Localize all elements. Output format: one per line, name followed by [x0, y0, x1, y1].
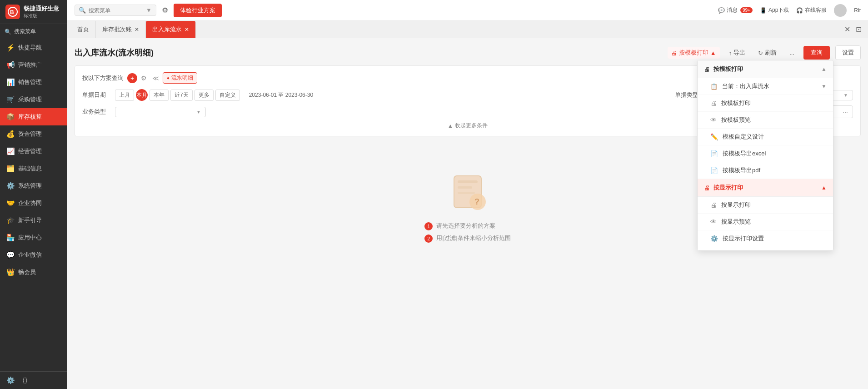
tab-batch-account-close-icon[interactable]: ✕ — [135, 26, 139, 33]
sidebar-item-inventory[interactable]: 📦 库存核算 — [0, 108, 67, 125]
filter-date-custom[interactable]: 自定义 — [215, 90, 240, 101]
dropdown-item-print-icon: 🖨 — [710, 100, 717, 107]
print-dropdown-arrow[interactable]: ▲ — [710, 50, 716, 56]
tab-flow[interactable]: 出入库流水 ✕ — [146, 21, 196, 38]
topbar: 🔍 ▼ ⚙ 体验行业方案 💬 消息 99+ 📱 App下载 🎧 在线客服 Rit — [67, 0, 868, 21]
sidebar-item-finance[interactable]: 💰 资金管理 — [0, 125, 67, 143]
dropdown-export-pdf-template-item[interactable]: 📄 按模板导出pdf — [698, 162, 833, 179]
sidebar-item-quick-nav[interactable]: ⚡ 快捷导航 — [0, 39, 67, 56]
sidebar-item-base[interactable]: 🗂️ 基础信息 — [0, 160, 67, 177]
filter-warehouse-more-button[interactable]: ··· — [843, 108, 848, 115]
filter-business-select[interactable]: ▼ — [115, 107, 206, 117]
filter-collapse-button[interactable]: ▲ 收起更多条件 — [448, 122, 488, 130]
svg-text:B: B — [10, 9, 14, 15]
tab-home[interactable]: 首页 — [71, 21, 96, 38]
purchase-icon: 🛒 — [6, 95, 15, 104]
dropdown-display-preview-item[interactable]: 👁 按显示预览 — [698, 214, 833, 230]
topbar-search-dropdown-arrow[interactable]: ▼ — [146, 7, 152, 14]
query-button[interactable]: 查询 — [803, 46, 830, 60]
dropdown-section1-header[interactable]: 🖨 按模板打印 ▲ — [698, 60, 833, 78]
dropdown-export-excel-template-item[interactable]: 📄 按模板导出excel — [698, 145, 833, 162]
dropdown-template-icon: 📋 — [710, 83, 718, 90]
sidebar-search-label: 搜索菜单 — [14, 28, 36, 35]
guide-icon: 🎓 — [6, 216, 15, 224]
app-subtitle: 标准版 — [24, 13, 59, 19]
sidebar-item-appstore[interactable]: 🏪 应用中心 — [0, 229, 67, 246]
tab-home-label: 首页 — [77, 25, 89, 34]
tab-batch-account[interactable]: 库存批次账 ✕ — [96, 21, 146, 38]
message-label: 消息 — [727, 6, 738, 14]
topbar-search-box[interactable]: 🔍 ▼ — [75, 5, 156, 16]
sidebar-item-label: 快捷导航 — [18, 44, 42, 52]
sidebar-item-label: 营销推广 — [18, 61, 42, 69]
app-title-area: 畅捷通好生意 标准版 — [24, 5, 59, 19]
dropdown-item-preview-icon: 👁 — [710, 116, 717, 124]
tab-batch-account-label: 库存批次账 — [102, 25, 132, 34]
empty-step-2-num: 2 — [424, 234, 433, 243]
finance-icon: 💰 — [6, 130, 15, 138]
sidebar-item-operations[interactable]: 📈 经营管理 — [0, 143, 67, 160]
dropdown-item-label: 按模板导出excel — [723, 150, 766, 158]
sidebar-item-member[interactable]: 👑 畅会员 — [0, 264, 67, 281]
topbar-message[interactable]: 💬 消息 99+ — [718, 6, 753, 14]
filter-settings-icon[interactable]: ⚙ — [141, 75, 147, 82]
topbar-gear-icon[interactable]: ⚙ — [162, 6, 168, 15]
dropdown-section1-collapse-arrow[interactable]: ▲ — [821, 66, 827, 72]
dropdown-item-pdf-icon: 📄 — [710, 167, 718, 174]
dropdown-print-template-item[interactable]: 🖨 按模板打印 — [698, 95, 833, 112]
filter-date-current-month[interactable]: 本月 — [136, 89, 148, 101]
topbar-username: Rit — [854, 7, 861, 14]
dropdown-item-label: 按显示打印 — [721, 201, 751, 209]
filter-date-more[interactable]: 更多 — [195, 90, 214, 101]
export-button[interactable]: ↑ 导出 — [725, 47, 749, 59]
sidebar-collapse-icon[interactable]: ⟨⟩ — [22, 376, 28, 384]
sidebar-item-wechat[interactable]: 💬 企业微信 — [0, 246, 67, 264]
filter-collapse-icon[interactable]: ≪ — [152, 75, 159, 82]
page-header: 出入库流水(流水明细) 🖨 按模板打印 ▲ ↑ 导出 ↻ 刷新 — [75, 45, 861, 60]
settings-button[interactable]: 设置 — [835, 45, 861, 60]
dropdown-current-template[interactable]: 📋 当前：出入库流水 ▼ — [698, 78, 833, 95]
more-button[interactable]: ... — [786, 48, 798, 58]
refresh-button[interactable]: ↻ 刷新 — [754, 47, 780, 59]
search-icon: 🔍 — [5, 29, 11, 35]
dropdown-item-label: 按模板导出pdf — [723, 166, 760, 175]
tab-flow-close-icon[interactable]: ✕ — [185, 26, 189, 33]
dropdown-section2-header[interactable]: 🖨 按显示打印 ▲ — [698, 179, 833, 197]
sidebar-item-collab[interactable]: 🤝 企业协同 — [0, 194, 67, 212]
empty-step-2: 2 用[过滤]条件来缩小分析范围 — [424, 234, 510, 243]
sidebar-item-system[interactable]: ⚙️ 系统管理 — [0, 177, 67, 194]
tab-bar: 首页 库存批次账 ✕ 出入库流水 ✕ ✕ ⊡ — [67, 21, 868, 38]
sidebar-item-purchase[interactable]: 🛒 采购管理 — [0, 91, 67, 108]
dropdown-custom-design-item[interactable]: ✏️ 模板自定义设计 — [698, 129, 833, 145]
print-icon: 🖨 — [671, 50, 677, 56]
filter-date-last-month[interactable]: 上月 — [115, 90, 134, 101]
sidebar-search[interactable]: 🔍 搜索菜单 — [0, 24, 67, 39]
dropdown-display-print-settings-item[interactable]: ⚙️ 按显示打印设置 — [698, 230, 833, 247]
dropdown-print-icon: 🖨 — [704, 66, 710, 73]
dropdown-display-print-item[interactable]: 🖨 按显示打印 — [698, 197, 833, 214]
dropdown-preview-template-item[interactable]: 👁 按模板预览 — [698, 112, 833, 129]
filter-date-year[interactable]: 本年 — [150, 90, 169, 101]
app-logo: B — [5, 5, 20, 19]
sidebar-nav: ⚡ 快捷导航 📢 营销推广 📊 销售管理 🛒 采购管理 📦 库存核算 💰 — [0, 39, 67, 281]
tab-bar-expand-button[interactable]: ⊡ — [854, 23, 863, 35]
topbar-online-service[interactable]: 🎧 在线客服 — [796, 6, 827, 14]
sidebar-item-marketing[interactable]: 📢 营销推广 — [0, 56, 67, 74]
trial-button[interactable]: 体验行业方案 — [174, 4, 222, 17]
dropdown-item-excel-icon: 📄 — [710, 150, 718, 157]
filter-date-7days[interactable]: 近7天 — [170, 90, 193, 101]
topbar-search-input[interactable] — [89, 7, 143, 14]
dropdown-section2-collapse-arrow[interactable]: ▲ — [821, 185, 827, 191]
dropdown-display-export-excel-item[interactable]: 📄 按显示导出excel — [698, 247, 833, 251]
empty-step-1-num: 1 — [424, 222, 433, 230]
sidebar-settings-icon[interactable]: ⚙️ — [6, 376, 15, 384]
sidebar-footer: ⚙️ ⟨⟩ — [0, 371, 67, 389]
topbar-app-download[interactable]: 📱 App下载 — [760, 6, 789, 14]
print-template-button[interactable]: 🖨 按模板打印 ▲ — [668, 47, 720, 59]
filter-add-button[interactable]: + — [127, 73, 137, 83]
tab-bar-close-all-button[interactable]: ✕ — [843, 23, 852, 35]
sidebar-item-label: 销售管理 — [18, 78, 42, 86]
sidebar-item-label: 采购管理 — [18, 95, 42, 104]
sidebar-item-sales[interactable]: 📊 销售管理 — [0, 74, 67, 91]
sidebar-item-guide[interactable]: 🎓 新手引导 — [0, 212, 67, 229]
